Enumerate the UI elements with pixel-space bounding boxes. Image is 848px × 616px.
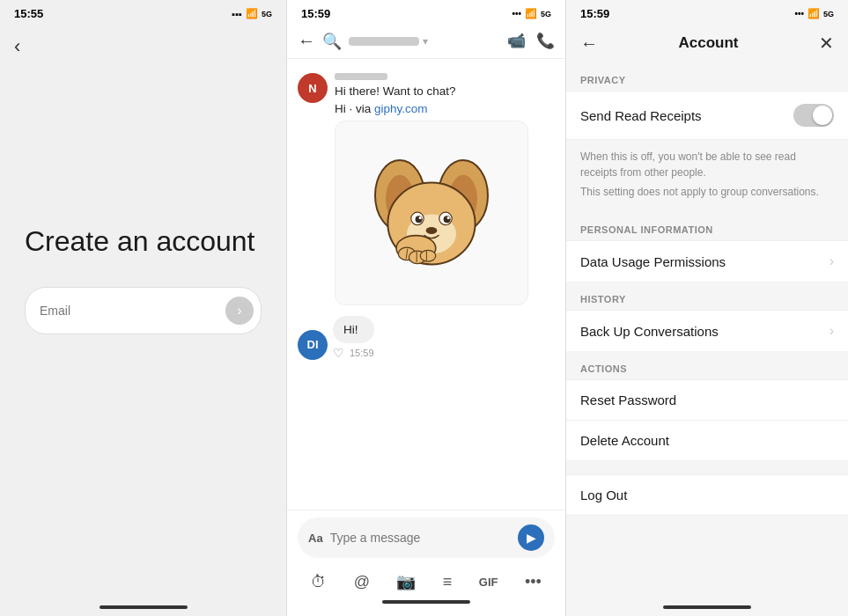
gif-icon[interactable]: GIF — [476, 572, 502, 592]
giphy-link[interactable]: giphy.com — [374, 102, 428, 115]
message-time: 15:59 — [350, 348, 374, 358]
back-up-conversations-label: Back Up Conversations — [580, 324, 719, 339]
log-out-label: Log Out — [580, 488, 627, 502]
battery-account-icon: 5G — [823, 10, 834, 18]
wifi-icon: ▪▪▪ — [232, 9, 242, 19]
chat-action-icons: 📹 📞 — [507, 32, 555, 50]
back-up-conversations-row[interactable]: Back Up Conversations › — [566, 310, 848, 351]
camera-icon[interactable]: 📷 — [393, 568, 419, 595]
reset-password-label: Reset Password — [580, 392, 676, 407]
message-text-2: Hi · via giphy.com — [335, 102, 528, 115]
chat-input-bar: Aa ▶ ⏱ @ 📷 ≡ GIF ••• — [287, 510, 565, 616]
read-receipts-info-1: When this is off, you won't be able to s… — [580, 149, 834, 180]
font-size-icon[interactable]: Aa — [308, 532, 323, 545]
delete-account-row[interactable]: Delete Account — [566, 420, 848, 460]
reset-password-row[interactable]: Reset Password — [566, 379, 848, 420]
read-receipts-info-box: When this is off, you won't be able to s… — [566, 139, 848, 212]
account-header: ← Account ✕ — [566, 24, 848, 62]
home-indicator-account — [663, 605, 751, 609]
attachment-icon[interactable]: ≡ — [439, 569, 456, 595]
account-title: Account — [679, 34, 739, 52]
time-chat: 15:59 — [301, 7, 330, 20]
svg-point-16 — [420, 250, 436, 261]
delete-account-label: Delete Account — [580, 433, 669, 448]
data-usage-chevron-icon: › — [830, 253, 834, 269]
spacer — [566, 460, 848, 474]
message-bubble-1: Hi there! Want to chat? Hi · via giphy.c… — [335, 73, 528, 305]
create-content: Create an account › — [0, 24, 286, 605]
chat-toolbar: ⏱ @ 📷 ≡ GIF ••• — [298, 565, 555, 597]
chat-input-row[interactable]: Aa ▶ — [298, 517, 555, 558]
section-history-label: HISTORY — [566, 282, 848, 310]
status-bar-chat: 15:59 ••• 📶 5G — [287, 0, 565, 24]
status-icons-account: ••• 📶 5G — [794, 8, 834, 19]
message-input[interactable] — [330, 531, 511, 545]
gif-image — [335, 121, 528, 305]
status-bar-left: 15:55 ▪▪▪ 📶 5G — [0, 0, 286, 24]
message-hi: Hi! — [333, 316, 374, 343]
voice-call-icon[interactable]: 📞 — [536, 32, 555, 50]
data-usage-row[interactable]: Data Usage Permissions › — [566, 240, 848, 282]
heart-icon[interactable]: ♡ — [333, 346, 344, 360]
message-text-1: Hi there! Want to chat? — [335, 84, 528, 100]
wifi-account-icon: 📶 — [807, 8, 820, 19]
account-back-button[interactable]: ← — [580, 33, 598, 54]
avatar-di: DI — [298, 330, 328, 360]
wifi-chat-icon: 📶 — [525, 8, 537, 19]
section-privacy-label: PRIVACY — [566, 62, 848, 91]
message-row-1: N Hi there! Want to chat? Hi · via giphy… — [298, 73, 555, 305]
message-row-2: DI Hi! ♡ 15:59 — [298, 316, 555, 360]
video-call-icon[interactable]: 📹 — [507, 32, 526, 50]
mention-icon[interactable]: @ — [350, 569, 373, 595]
contact-name-blur — [349, 37, 419, 46]
home-indicator-chat — [382, 600, 470, 604]
chat-messages: N Hi there! Want to chat? Hi · via giphy… — [287, 59, 565, 510]
send-icon: ▶ — [527, 531, 536, 545]
battery-chat-icon: 5G — [541, 10, 551, 18]
dots-account-icon: ••• — [794, 9, 804, 18]
chat-panel: 15:59 ••• 📶 5G ← 🔍 ▾ 📹 📞 N Hi there! Wan… — [286, 0, 566, 616]
account-body: PRIVACY Send Read Receipts When this is … — [566, 62, 848, 600]
dots-icon: ••• — [512, 9, 521, 18]
create-account-panel: 15:55 ▪▪▪ 📶 5G ‹ Create an account › — [0, 0, 286, 616]
email-field[interactable] — [40, 304, 225, 318]
log-out-row[interactable]: Log Out — [566, 474, 848, 516]
sender-name-blur — [335, 73, 387, 80]
back-button-left[interactable]: ‹ — [14, 35, 20, 58]
message-bubble-2: Hi! ♡ 15:59 — [333, 316, 374, 360]
time-account: 15:59 — [580, 7, 609, 20]
chevron-down-icon: ▾ — [423, 35, 428, 48]
signal-5g-icon: 5G — [262, 10, 272, 18]
home-indicator-left — [100, 605, 188, 609]
arrow-right-icon: › — [237, 303, 241, 319]
svg-point-8 — [416, 216, 423, 223]
svg-point-10 — [419, 216, 422, 219]
chat-contact-name: ▾ — [349, 35, 500, 48]
page-title: Create an account — [25, 224, 262, 258]
send-read-receipts-row[interactable]: Send Read Receipts — [566, 91, 848, 139]
send-read-receipts-label: Send Read Receipts — [580, 108, 702, 123]
read-receipts-toggle[interactable] — [793, 104, 834, 127]
email-submit-button[interactable]: › — [225, 297, 254, 325]
status-bar-account: 15:59 ••• 📶 5G — [566, 0, 848, 24]
status-icons-chat: ••• 📶 5G — [512, 8, 551, 19]
more-icon[interactable]: ••• — [521, 569, 545, 595]
wifi-signal-icon: 📶 — [246, 8, 258, 19]
time-left: 15:55 — [14, 7, 43, 20]
read-receipts-info-2: This setting does not apply to group con… — [580, 184, 834, 200]
chat-back-button[interactable]: ← — [298, 31, 315, 51]
email-input-container[interactable]: › — [25, 287, 262, 334]
svg-point-11 — [447, 216, 450, 219]
chat-header: ← 🔍 ▾ 📹 📞 — [287, 24, 565, 59]
chat-search-button[interactable]: 🔍 — [322, 32, 342, 51]
back-up-chevron-icon: › — [830, 323, 834, 339]
timer-icon[interactable]: ⏱ — [307, 569, 330, 595]
section-actions-label: ACTIONS — [566, 351, 848, 379]
avatar-n: N — [298, 73, 328, 103]
svg-point-9 — [444, 216, 451, 223]
svg-point-12 — [426, 227, 438, 234]
data-usage-label: Data Usage Permissions — [580, 254, 726, 269]
account-close-button[interactable]: ✕ — [819, 33, 834, 54]
send-button[interactable]: ▶ — [518, 524, 544, 551]
message-prefix: Hi · via — [335, 102, 374, 115]
